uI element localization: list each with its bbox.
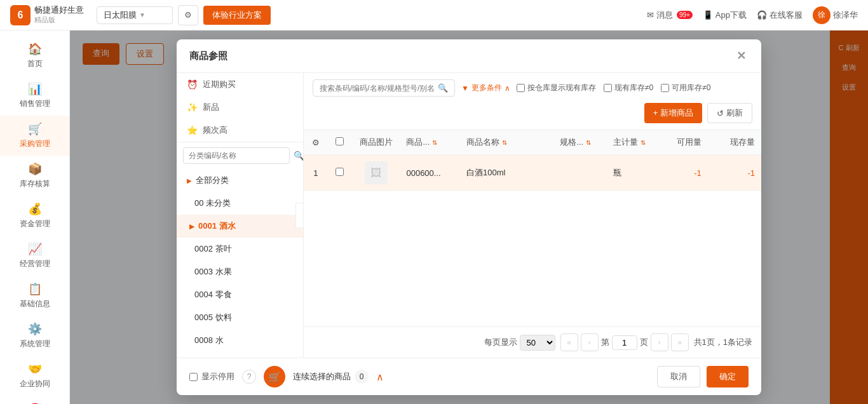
modal-product-reference: 商品参照 ✕ ⏰ 近期购买 ✨ — [177, 39, 761, 395]
category-item-drink[interactable]: 0005 饮料 — [177, 306, 303, 329]
footer-help-btn[interactable]: ? — [242, 370, 256, 384]
purchase-icon: 🛒 — [28, 122, 42, 136]
quick-link-frequent[interactable]: ⭐ 频次高 — [177, 119, 303, 142]
row-checkbox[interactable] — [336, 168, 344, 176]
sidebar-item-home[interactable]: 🏠 首页 — [0, 36, 69, 76]
show-disabled-checkbox[interactable] — [189, 373, 198, 381]
nav-app-download[interactable]: 📱 App下载 — [703, 10, 747, 21]
select-all-checkbox[interactable] — [336, 137, 344, 145]
refresh-btn[interactable]: ↺ 刷新 — [707, 103, 752, 123]
nav-online-service[interactable]: 🎧 在线客服 — [757, 10, 803, 21]
sidebar-item-label: 采购管理 — [20, 138, 50, 149]
product-table: ⚙ 商品图片 商品... ⇅ — [304, 130, 761, 191]
nav-message[interactable]: ✉ 消息 99+ — [647, 10, 693, 21]
sidebar-item-label: 销售管理 — [20, 98, 50, 109]
img-placeholder: 🖼 — [365, 161, 388, 184]
operations-icon: 📈 — [28, 242, 42, 256]
sidebar-item-purchase[interactable]: 🛒 采购管理 — [0, 116, 69, 156]
category-search-icon[interactable]: 🔍 — [294, 151, 304, 161]
next-page-btn[interactable]: › — [651, 333, 668, 351]
category-item-water[interactable]: 0008 水 — [177, 329, 303, 352]
modal-title: 商品参照 — [189, 50, 227, 62]
sidebar-item-sales[interactable]: 📊 销售管理 — [0, 76, 69, 116]
th-unit[interactable]: 主计量 ⇅ — [607, 130, 654, 155]
page-number-input[interactable] — [612, 335, 637, 350]
filter-check-available-nonzero[interactable]: 可用库存≠0 — [661, 83, 710, 93]
filter-check-stock-nonzero[interactable]: 现有库存≠0 — [604, 83, 653, 93]
sidebar-item-guide[interactable]: 🎯 新手引导 — [0, 396, 69, 404]
product-stock: -1 — [708, 155, 761, 191]
category-item-fruit[interactable]: 0003 水果 — [177, 260, 303, 283]
confirm-btn[interactable]: 确定 — [707, 366, 749, 387]
category-collapse-btn[interactable]: 《 — [295, 203, 304, 228]
quick-links: ⏰ 近期购买 ✨ 新品 ⭐ 频次高 — [177, 73, 303, 142]
sidebar-item-label: 首页 — [27, 58, 43, 69]
th-settings[interactable]: ⚙ — [304, 130, 328, 155]
table-header-row: ⚙ 商品图片 商品... ⇅ — [304, 130, 761, 155]
th-code[interactable]: 商品... ⇅ — [400, 130, 460, 155]
sidebar-item-collab[interactable]: 🤝 企业协同 — [0, 356, 69, 396]
th-stock: 现存量 — [708, 130, 761, 155]
th-spec[interactable]: 规格... ⇅ — [553, 130, 607, 155]
show-disabled-check[interactable]: 显示停用 — [189, 371, 234, 382]
caret-icon: ▶ — [189, 223, 194, 230]
table-row[interactable]: 1 🖼 000600... 白酒100ml — [304, 155, 761, 191]
filter-more-btn[interactable]: ▼ 更多条件 ∧ — [461, 83, 510, 93]
category-list: ▶ 全部分类 00 未分类 ▶ 0001 酒水 0002 茶 — [177, 169, 303, 358]
inventory-icon: 📦 — [28, 162, 42, 176]
sidebar-item-label: 库存核算 — [20, 178, 50, 189]
quick-link-recent[interactable]: ⏰ 近期购买 — [177, 73, 303, 96]
category-item-unclassified[interactable]: 00 未分类 — [177, 192, 303, 215]
nav-settings-btn[interactable]: ⚙ — [178, 5, 198, 25]
add-product-btn[interactable]: + 新增商品 — [644, 103, 702, 123]
search-icon[interactable]: 🔍 — [438, 83, 448, 93]
caret-icon: ▶ — [187, 177, 192, 184]
category-item-snack[interactable]: 0004 零食 — [177, 283, 303, 306]
logo: 6 畅捷通好生意 精品版 — [10, 5, 84, 25]
th-check — [328, 130, 352, 155]
sidebar-item-basics[interactable]: 📋 基础信息 — [0, 276, 69, 316]
sidebar-item-operations[interactable]: 📈 经营管理 — [0, 236, 69, 276]
category-item-all[interactable]: ▶ 全部分类 — [177, 169, 303, 192]
last-page-btn[interactable]: » — [671, 333, 689, 351]
row-check[interactable] — [328, 155, 352, 191]
sidebar-item-label: 资金管理 — [20, 219, 50, 229]
store-selector[interactable]: 日太阳膜 ▼ — [97, 6, 173, 24]
category-item-tea[interactable]: 0002 茶叶 — [177, 238, 303, 260]
cancel-btn[interactable]: 取消 — [657, 366, 700, 387]
category-panel: ⏰ 近期购买 ✨ 新品 ⭐ 频次高 — [177, 73, 304, 358]
filter-bar: 🔍 ▼ 更多条件 ∧ 按仓库显示现有库存 — [304, 73, 761, 130]
product-search-input[interactable] — [320, 84, 434, 93]
product-spec — [553, 155, 607, 191]
home-icon: 🏠 — [28, 42, 42, 56]
available-nonzero-checkbox[interactable] — [661, 84, 669, 92]
sidebar-item-finance[interactable]: 💰 资金管理 — [0, 196, 69, 236]
nav-user[interactable]: 徐 徐泽华 — [813, 6, 858, 24]
th-name[interactable]: 商品名称 ⇅ — [460, 130, 553, 155]
sidebar: 🏠 首页 📊 销售管理 🛒 采购管理 📦 库存核算 💰 资金管理 📈 经营管理 … — [0, 30, 70, 404]
sidebar-item-system[interactable]: ⚙️ 系统管理 — [0, 316, 69, 356]
quick-link-new[interactable]: ✨ 新品 — [177, 96, 303, 119]
experience-btn[interactable]: 体验行业方案 — [203, 6, 271, 25]
product-available: -1 — [654, 155, 708, 191]
page-suffix: 页 — [640, 337, 648, 348]
category-item-appliance[interactable]: 0010 家电 — [177, 352, 303, 358]
sidebar-item-inventory[interactable]: 📦 库存核算 — [0, 156, 69, 196]
footer-collapse-btn[interactable]: ∧ — [376, 371, 384, 383]
prev-page-btn[interactable]: ‹ — [581, 333, 599, 351]
category-label: 0008 水 — [194, 335, 224, 346]
basics-icon: 📋 — [28, 282, 42, 296]
filter-checks: 按仓库显示现有库存 现有库存≠0 可用库存≠0 — [517, 83, 711, 93]
chevron-up-icon: ∧ — [505, 84, 510, 93]
stock-nonzero-checkbox[interactable] — [604, 84, 612, 92]
quick-link-label: 近期购买 — [203, 79, 236, 90]
page-size-dropdown[interactable]: 50 100 200 — [520, 335, 555, 351]
category-search-input[interactable] — [183, 147, 290, 164]
modal-close-btn[interactable]: ✕ — [733, 48, 749, 64]
warehouse-checkbox[interactable] — [517, 84, 525, 92]
row-num: 1 — [304, 155, 328, 191]
category-label: 0003 水果 — [194, 266, 232, 278]
first-page-btn[interactable]: « — [560, 333, 578, 351]
filter-check-warehouse[interactable]: 按仓库显示现有库存 — [517, 83, 596, 93]
category-item-liquor[interactable]: ▶ 0001 酒水 — [177, 215, 303, 238]
